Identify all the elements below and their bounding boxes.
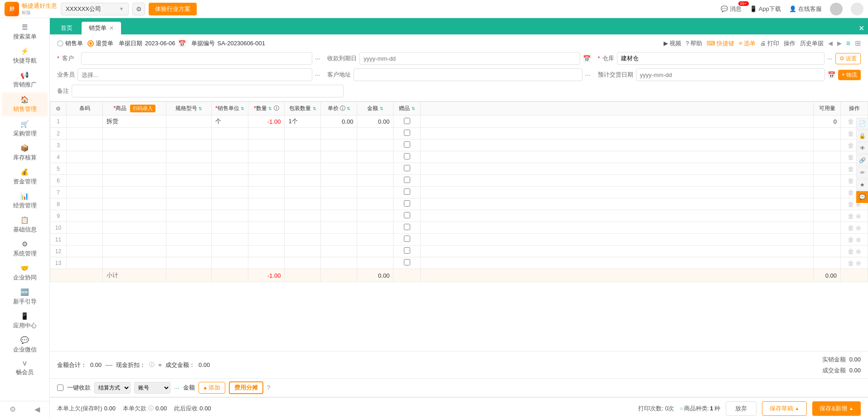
warehouse-input[interactable]	[617, 52, 824, 65]
sidebar-item-ops[interactable]: 📊 经营管理	[0, 189, 49, 213]
scan-input-btn[interactable]: 扫码录入	[130, 105, 155, 112]
sidebar-item-collab[interactable]: 🤝 企业协同	[0, 261, 49, 285]
float-btn-4[interactable]: 🔗	[856, 154, 868, 166]
help-circle-icon[interactable]: ⓘ	[149, 361, 155, 369]
help-toolbar-item[interactable]: ? 帮助	[686, 39, 702, 48]
calc-method-select[interactable]: 结算方式	[94, 382, 131, 394]
company-selector[interactable]: XXXXXX公司 ▼	[61, 3, 129, 15]
due-date-calendar-icon[interactable]: 📅	[583, 55, 591, 62]
sales-order-radio[interactable]: 销售单	[57, 39, 83, 48]
sidebar-settings-button[interactable]: ⚙	[10, 405, 16, 414]
tab-sales-order[interactable]: 销货单 ✕	[82, 22, 121, 34]
copy-icon[interactable]: ⊕	[856, 212, 861, 220]
copy-icon[interactable]: ⊕	[856, 260, 861, 267]
warehouse-more-icon[interactable]: ···	[827, 55, 833, 62]
copy-icon[interactable]: ⊕	[856, 224, 861, 231]
col-settings-header[interactable]: ⚙	[50, 102, 67, 116]
copy-icon[interactable]: ⊕	[856, 248, 861, 255]
due-date-input[interactable]	[359, 52, 580, 65]
app-download-button[interactable]: 📱 App下载	[750, 5, 781, 13]
sidebar-item-sales[interactable]: 🏠 销售管理	[2, 92, 48, 116]
customer-input[interactable]	[81, 52, 312, 65]
float-btn-1[interactable]: 📄	[856, 118, 868, 130]
trial-button[interactable]: 体验行业方案	[149, 3, 197, 15]
sidebar-item-search[interactable]: ☰ 搜索菜单	[0, 20, 49, 44]
sidebar-item-finance[interactable]: 💰 资金管理	[0, 165, 49, 189]
delete-icon[interactable]: 🗑	[848, 224, 854, 231]
payment-dots-icon[interactable]: ···	[174, 384, 179, 391]
logistics-action-btn[interactable]: + 物流	[838, 70, 861, 80]
online-service-button[interactable]: 👤 在线客服	[789, 5, 822, 13]
notes-input[interactable]	[72, 85, 344, 97]
tab-home[interactable]: 首页	[53, 22, 80, 34]
sidebar-item-marketing[interactable]: 📢 营销推广	[0, 68, 49, 92]
delete-icon[interactable]: 🗑	[848, 189, 854, 196]
plus-icon: ●	[204, 385, 207, 391]
sidebar-item-purchase[interactable]: 🛒 采购管理	[0, 117, 49, 141]
float-btn-5[interactable]: ✏	[856, 167, 868, 178]
print-toolbar-item[interactable]: 🖨 打印	[760, 39, 779, 48]
discard-btn[interactable]: 放弃	[726, 401, 756, 416]
sidebar-item-system[interactable]: ⚙ 系统管理	[0, 237, 49, 261]
expected-date-input[interactable]	[636, 68, 825, 81]
list-icon: 📋	[20, 216, 29, 224]
next-icon[interactable]: ▶	[837, 40, 842, 47]
message-button[interactable]: 💬 消息 99+	[721, 5, 742, 13]
salesperson-more-icon[interactable]: ···	[315, 71, 320, 78]
home-icon: 🏠	[20, 96, 29, 104]
sidebar-item-guide[interactable]: 🆕 新手引导	[0, 285, 49, 309]
salesperson-input[interactable]	[78, 68, 312, 81]
sidebar-item-wechat[interactable]: 💬 企业微信	[0, 333, 49, 357]
float-btn-6[interactable]: ★	[856, 179, 868, 191]
delete-icon[interactable]: 🗑	[848, 248, 854, 255]
select-toolbar-item[interactable]: ≡ 选单	[739, 39, 756, 48]
grid-view-icon[interactable]: ⊞	[855, 39, 861, 48]
sidebar-item-vip[interactable]: V 畅会员	[0, 357, 49, 380]
form-number-field: 单据编号 SA-20230606-001	[191, 39, 266, 48]
sidebar-collapse-button[interactable]: ◀	[34, 405, 40, 414]
settings-action-btn[interactable]: ⚙ 设置	[835, 53, 861, 64]
return-order-radio[interactable]: 退货单	[87, 39, 113, 48]
delete-icon[interactable]: 🗑	[848, 130, 854, 137]
owe-circle-icon[interactable]: ⓘ	[148, 405, 154, 412]
delete-icon[interactable]: 🗑	[848, 236, 854, 243]
delete-icon[interactable]: 🗑	[848, 118, 854, 125]
shortcuts-toolbar-item[interactable]: ⌨ 快捷键	[707, 39, 734, 48]
sidebar-item-inventory[interactable]: 📦 库存核算	[0, 141, 49, 165]
delete-icon[interactable]: 🗑	[848, 201, 854, 208]
one-click-payment-checkbox[interactable]	[57, 385, 63, 391]
delete-icon[interactable]: 🗑	[848, 177, 854, 184]
copy-icon[interactable]: ⊕	[856, 236, 861, 243]
customer-addr-input[interactable]	[354, 68, 582, 81]
operation-toolbar-item[interactable]: 操作	[784, 39, 795, 48]
expected-date-calendar-icon[interactable]: 📅	[828, 71, 835, 78]
customer-more-icon[interactable]: ···	[315, 55, 320, 62]
payment-help-icon[interactable]: ?	[267, 384, 271, 391]
list-view-icon[interactable]: ≡	[846, 39, 850, 48]
delete-icon[interactable]: 🗑	[848, 212, 854, 220]
delete-icon[interactable]: 🗑	[848, 142, 854, 149]
expense-split-btn[interactable]: 费用分摊	[229, 381, 263, 394]
save-draft-btn[interactable]: 保存草稿 ▲	[762, 401, 807, 416]
avatar[interactable]	[830, 3, 843, 15]
history-toolbar-item[interactable]: 历史单据	[800, 39, 824, 48]
calendar-icon[interactable]: 📅	[178, 40, 186, 47]
delete-icon[interactable]: 🗑	[848, 165, 854, 173]
settings-gear-button[interactable]: ⚙	[132, 3, 145, 15]
sidebar-item-basic[interactable]: 📋 基础信息	[0, 213, 49, 237]
add-payment-btn[interactable]: ● 添加	[199, 382, 225, 394]
delete-icon[interactable]: 🗑	[848, 154, 854, 161]
float-btn-3[interactable]: 👁	[856, 142, 868, 154]
tab-close-icon[interactable]: ✕	[109, 25, 114, 31]
float-btn-7[interactable]: 💬	[856, 191, 868, 203]
customer-addr-more-icon[interactable]: ···	[585, 71, 591, 78]
float-btn-2[interactable]: 🔒	[856, 130, 868, 142]
prev-icon[interactable]: ◀	[828, 40, 833, 47]
delete-icon[interactable]: 🗑	[848, 260, 854, 267]
save-new-btn[interactable]: 保存&新增 ▲	[812, 401, 861, 416]
video-toolbar-item[interactable]: ▶ 视频	[664, 39, 681, 48]
sidebar-item-appstore[interactable]: 📱 应用中心	[0, 309, 49, 333]
tab-bar-close-button[interactable]: ✕	[858, 24, 864, 34]
account-select[interactable]: 账号	[134, 382, 170, 394]
sidebar-item-quicknav[interactable]: ⚡ 快捷导航	[0, 44, 49, 68]
